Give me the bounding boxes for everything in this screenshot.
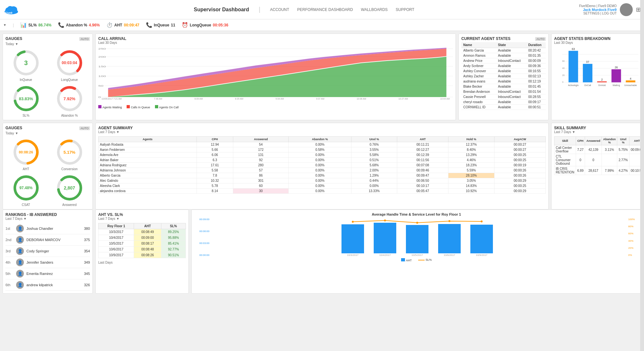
- table-row: 10/3/2017 00:08:49 89.25%: [99, 229, 186, 235]
- aht-chart-area: 00:09:00 00:06:00 00:03:00 00:00:00: [194, 218, 639, 257]
- abandon-icon: 📞: [58, 22, 64, 28]
- aht-col-group: Roy Floor 1: [99, 223, 134, 229]
- svg-text:10/6/2017: 10/6/2017: [444, 254, 455, 257]
- svg-rect-46: [626, 81, 636, 83]
- svg-text:Unreachable: Unreachable: [624, 84, 637, 86]
- rank-avatar: 👤: [16, 225, 24, 232]
- as-col-unvl: Unvl %: [351, 137, 397, 142]
- svg-text:10/3/2017: 10/3/2017: [347, 254, 359, 257]
- svg-text:50: 50: [98, 85, 103, 87]
- user-settings[interactable]: SETTINGS | LOG OUT: [579, 12, 617, 15]
- rankings-list: 1st 👤 Joshua Chandler 380 2nd 👤 DEBORAH …: [5, 223, 90, 291]
- svg-point-62: [352, 221, 354, 223]
- aht-vs-sl-table: Roy Floor 1 AHT SL% 10/3/2017 00:08:49 8…: [98, 223, 186, 258]
- as-col-agents: Agents: [99, 137, 197, 142]
- gauges-top-period[interactable]: Today ▼: [5, 42, 90, 46]
- svg-text:60: 60: [562, 60, 565, 62]
- table-row: Aaliyah Rodasta 12.94 54 0.00% 0.76% 00:…: [99, 142, 546, 147]
- svg-point-63: [384, 219, 386, 221]
- rankings-title: RANKINGS - IB ANSWERED: [5, 212, 57, 217]
- table-row: Aleesha Clark 5.78 60 0.00% 0.00% 00:10:…: [99, 183, 546, 189]
- as-col-hold: Hold %: [448, 137, 494, 142]
- col-name: Name: [461, 42, 496, 48]
- list-item: 4th 👤 Jennifer Sanders 349: [5, 257, 90, 268]
- table-row: Andrew PriceInboundContact00:00:09: [461, 58, 546, 63]
- table-row: Alec Galindo 10.32 301 0.00% 0.44% 00:06…: [99, 178, 546, 183]
- svg-text:4: 4: [630, 77, 631, 80]
- agent-states-breakdown-panel: AGENT STATES BREAKDOWN Last 30 Days 0 20…: [551, 34, 641, 120]
- sk-col-skill: Skill: [554, 137, 576, 145]
- aht-vs-sl-panel: AHT VS. SL% Last 7 Days ▼ Roy Floor 1 AH…: [95, 210, 189, 294]
- nav-account[interactable]: ACCOUNT: [270, 7, 289, 12]
- aht-col-sl: SL%: [161, 223, 186, 229]
- longqueue-gauge-circle: 00:03:04: [55, 48, 84, 77]
- aht-chart-panel: Average Handle Time & Service Level for …: [191, 210, 641, 294]
- inqueue-icon: 📞: [146, 22, 152, 28]
- table-row: Adriana Rodriguez 17.61 280 0.00% 5.68% …: [99, 163, 546, 168]
- svg-text:250: 250: [98, 48, 106, 50]
- skill-summary-title: SKILL SUMMARY: [554, 126, 586, 130]
- as-col-abandon: Abandon %: [289, 137, 351, 142]
- agent-summary-table: Agents CPH Answered Abandon % Unvl % AHT…: [98, 136, 546, 194]
- agent-summary-panel: AGENT SUMMARY Last 7 Days ▼ Agents CPH A…: [95, 123, 549, 210]
- svg-rect-57: [341, 224, 364, 253]
- svg-text:40: 40: [562, 67, 565, 69]
- scrollbar[interactable]: [640, 0, 644, 296]
- nav-performance[interactable]: PERFORMANCE DASHBOARD: [297, 7, 353, 12]
- breakdown-chart: 0 20 40 60 63 ActiveAgts 37 OnCall 2 OnH…: [554, 47, 639, 90]
- rankings-panel: RANKINGS - IB ANSWERED Last 7 Days ▼ 1st…: [3, 210, 93, 294]
- gauges-bottom-period[interactable]: Today ▼: [5, 132, 90, 135]
- svg-text:10/5/2017: 10/5/2017: [411, 254, 423, 257]
- svg-text:ActiveAgts: ActiveAgts: [568, 84, 579, 87]
- y-axis-right: 100% 80% 60% 40% 20% 0%: [627, 218, 639, 257]
- skill-summary-period[interactable]: Last 7 Days ▼: [554, 130, 639, 134]
- as-col-cph: CPH: [197, 137, 233, 142]
- table-row: CTL Consumer Outbound 0 0 2.77% 0.00%: [554, 154, 644, 166]
- svg-text:100: 100: [98, 75, 106, 77]
- abandon-gauge-item: 7.92% Abandon %: [49, 84, 90, 117]
- top-right: Five9Demo | Five9 DEMO Jack Murdock Five…: [579, 3, 641, 16]
- skill-summary-table: Skill CPH Answered Abandon % Unvl % AHT …: [554, 136, 644, 175]
- svg-rect-43: [611, 69, 621, 82]
- table-row: Adrian Baker 6.3 92 0.00% 0.51% 00:11:56…: [99, 158, 546, 163]
- list-item: 2nd 👤 DEBORAH MARCOV 375: [5, 234, 90, 246]
- gauges-top-badge: AUTO: [79, 37, 90, 41]
- table-row: CORNWELL IDAvailable00:00:51: [461, 105, 546, 110]
- last-days-indicator: Last Days: [98, 261, 186, 264]
- nav-support[interactable]: SUPPORT: [396, 7, 414, 12]
- conversion-gauge-item: 5.17% Conversion: [49, 138, 90, 171]
- as-col-answered: Answered: [233, 137, 289, 142]
- status-abandon: 📞 Abandon % 4.96%: [58, 22, 100, 28]
- aht-vs-sl-period[interactable]: Last 7 Days ▼: [98, 217, 186, 220]
- table-row: Cassie PresnellInboundContact00:28:55: [461, 94, 546, 100]
- svg-point-3: [7, 6, 13, 11]
- svg-rect-34: [569, 51, 578, 83]
- gauges-top-panel: GAUGES AUTO Today ▼ 3 InQueue: [3, 34, 93, 120]
- call-arrival-panel: CALL ARRIVAL Last 30 Days 0 50 100 150 2…: [95, 34, 456, 120]
- status-bar: ▼ | 📊 SL% 86.74% 📞 Abandon % 4.96% ⏱️ AH…: [0, 19, 644, 31]
- aht-gauge-circle: 00:08:26: [12, 138, 41, 167]
- table-row: Brendan AndersonInboundContact00:01:54: [461, 89, 546, 94]
- rankings-period[interactable]: Last 7 Days ▼: [5, 217, 90, 220]
- nav-wallboards[interactable]: WALLBOARDS: [361, 7, 388, 12]
- table-row: Ammon RamosAvailable00:01:35: [461, 53, 546, 58]
- table-row: Alberto GarciaAvailable00:20:42: [461, 48, 546, 53]
- status-longqueue: ⏰ LongQueue 00:05:36: [182, 22, 228, 28]
- table-row: 10/9/2017 00:08:26 90.51%: [99, 252, 186, 258]
- call-arrival-period: Last 30 Days: [98, 41, 453, 44]
- top-area: GAUGES AUTO Today ▼ 3 InQueue: [0, 31, 644, 120]
- agent-summary-period[interactable]: Last 7 Days ▼: [98, 130, 546, 134]
- list-item: 3rd 👤 Cody Springer 354: [5, 246, 90, 257]
- svg-text:37: 37: [586, 60, 589, 63]
- status-dropdown[interactable]: ▼: [3, 23, 6, 27]
- svg-text:OnHold: OnHold: [598, 84, 606, 86]
- abandon-gauge-circle: 7.92%: [55, 84, 84, 113]
- logo[interactable]: Five9: [3, 4, 19, 15]
- breakdown-title: AGENT STATES BREAKDOWN: [554, 36, 610, 41]
- svg-text:10/9/2017: 10/9/2017: [476, 254, 487, 257]
- agent-states-badge: AUTO: [535, 37, 546, 41]
- table-row: Andy ScribnerAvailable00:09:36: [461, 63, 546, 69]
- csat-gauge-item: 97.48% CSAT: [5, 173, 46, 207]
- table-row: 10/5/2017 00:08:17 85.41%: [99, 241, 186, 247]
- inqueue-gauge-item: 3 InQueue: [5, 48, 46, 82]
